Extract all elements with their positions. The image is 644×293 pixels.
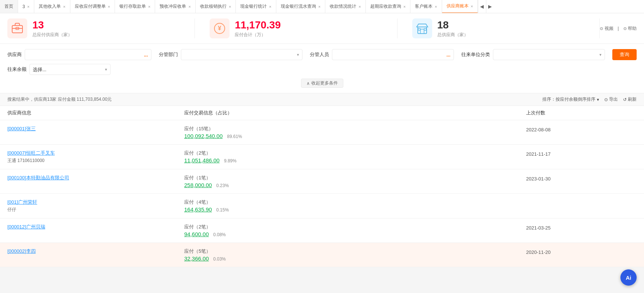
transaction-amount-1[interactable]: 11,051,486.00 [184,157,220,163]
svg-rect-6 [420,29,424,34]
collapse-button[interactable]: ∧ 收起更多条件 [301,79,343,88]
summary-card-total-suppliers: 18 总供应商（家） [398,18,600,38]
dept-field: 分管部门 ▾ [159,49,303,60]
svg-rect-0 [12,25,22,33]
nav-tab-adjustment[interactable]: 应收应付调整单 × [70,0,115,13]
svg-text:¥: ¥ [218,25,221,31]
supplier-label: 供应商 [7,51,22,58]
collapse-up-icon: ∧ [307,81,310,86]
close-tab-cash-flow[interactable]: × [318,4,321,9]
sort-chevron-icon: ▾ [597,97,599,102]
supplier-link-0[interactable]: [000001]张三 [7,125,184,132]
person-input-wrap[interactable]: ... [332,49,454,60]
supplier-info-4: [000012]广州贝瑞 [7,224,184,230]
nav-tab-cash-stats[interactable]: 现金银行统计 × [236,0,276,13]
nav-tab-home[interactable]: 首页 [0,0,18,13]
nav-tab-bank[interactable]: 银行存取款单 × [115,0,155,13]
transaction-amount-3[interactable]: 164,635.90 [184,206,212,213]
last-pay-3 [526,199,637,200]
search-area: 供应商 ... 分管部门 ▾ 分管人员 ... 往来单位分类 ▾ [0,44,644,93]
supplier-info-5: [000002]李四 [7,248,184,255]
balance-select-wrap[interactable]: 选择... ▾ [29,64,111,75]
category-select[interactable] [496,52,600,58]
close-tab-collection[interactable]: × [229,4,231,9]
help-link[interactable]: ⊙ 帮助 [623,25,637,32]
sort-button[interactable]: 排序：按应付余额倒序排序 ▾ [542,96,599,103]
search-row-2: 往来余额 选择... ▾ [7,64,637,75]
transaction-amount-2[interactable]: 258,000.00 [184,182,212,188]
close-tab-payment-stats[interactable]: × [358,4,361,9]
transaction-info-4: 应付（2笔） 94,600.00 0.08% [184,224,526,237]
balance-label: 往来余额 [7,66,27,73]
table-row: [000007]恒旺二手叉车 王通 17106110000 应付（2笔） 11,… [0,145,644,169]
dept-select[interactable] [184,52,297,58]
result-actions: 排序：按应付余额倒序排序 ▾ ⊙ 导出 ↺ 刷新 [542,96,637,103]
video-link[interactable]: ⊙ 视频 [600,25,613,32]
collapse-bar: ∧ 收起更多条件 [7,79,637,88]
supplier-input[interactable] [28,52,144,58]
supplier-link-4[interactable]: [000012]广州贝瑞 [7,224,184,230]
nav-arrow-right[interactable]: ▶ [486,0,494,13]
supplier-info-0: [000001]张三 [7,125,184,132]
person-input[interactable] [335,52,447,58]
supplier-input-wrap[interactable]: ... [25,49,151,60]
close-tab-other-income[interactable]: × [63,4,65,9]
nav-tab-prepay[interactable]: 预收冲应收单 × [155,0,195,13]
close-tab-3[interactable]: × [27,4,29,9]
nav-tab-other-income[interactable]: 其他收入单 × [34,0,70,13]
refresh-button[interactable]: ↺ 刷新 [623,96,637,103]
export-icon: ⊙ [604,97,608,102]
summary-card-payable-amount: ¥ 11,170.39 应付合计（万） [195,18,397,38]
nav-tab-overdue[interactable]: 超期应收款查询 × [366,0,410,13]
export-button[interactable]: ⊙ 导出 [604,96,618,103]
last-pay-0: 2022-08-08 [526,125,637,132]
payable-amount-value: 11,170.39 [235,19,281,31]
data-table: 供应商信息 应付交易信息（占比） 上次付数 [000001]张三 应付（15笔）… [0,106,644,267]
dept-chevron-icon: ▾ [297,52,299,57]
transaction-amount-5[interactable]: 32,366.00 [184,255,209,262]
nav-tab-cash-flow[interactable]: 现金银行流水查询 × [276,0,325,13]
dept-select-wrap[interactable]: ▾ [181,49,303,60]
query-button[interactable]: 查询 [612,49,637,60]
last-pay-4: 2021-03-25 [526,224,637,231]
supplier-link-5[interactable]: [000002]李四 [7,248,184,255]
close-tab-customer[interactable]: × [435,4,437,9]
close-tab-supplier[interactable]: × [471,4,473,8]
amount-icon: ¥ [210,18,230,38]
transaction-amount-0[interactable]: 100,092,540.00 [184,133,223,139]
nav-tab-3[interactable]: 3 × [18,0,34,13]
supplier-link-2[interactable]: [000100]本特勤油品有限公司 [7,175,184,181]
close-tab-adjustment[interactable]: × [108,4,110,9]
nav-tab-payment-stats[interactable]: 收款情况统计 × [325,0,365,13]
svg-rect-8 [424,28,426,30]
nav-tab-customer[interactable]: 客户账本 × [410,0,442,13]
transaction-amount-4[interactable]: 94,600.00 [184,231,209,237]
close-tab-cash-stats[interactable]: × [269,4,271,9]
person-dots-icon[interactable]: ... [447,52,451,58]
payable-amount-label: 应付合计（万） [235,32,281,38]
header-last-pay: 上次付数 [526,110,637,116]
supplier-link-1[interactable]: [000007]恒旺二手叉车 [7,150,184,156]
dept-label: 分管部门 [159,51,178,58]
payable-suppliers-label: 总应付供应商（家） [32,32,72,38]
transaction-info-3: 应付（4笔） 164,635.90 0.15% [184,199,526,213]
summary-card-payable-suppliers: 13 总应付供应商（家） [7,18,195,38]
last-pay-5: 2020-11-20 [526,248,637,255]
supplier-info-3: [001]广州荣轩 仔仔 [7,199,184,213]
close-tab-overdue[interactable]: × [403,4,406,9]
category-field: 往来单位分类 ▾ [461,49,605,60]
payable-suppliers-value: 13 [32,19,72,31]
nav-arrow-left[interactable]: ◀ [478,0,486,13]
nav-tab-collection[interactable]: 收款核销执行 × [196,0,236,13]
last-pay-1: 2021-11-17 [526,150,637,157]
supplier-link-3[interactable]: [001]广州荣轩 [7,199,184,206]
category-select-wrap[interactable]: ▾ [493,49,605,60]
balance-select[interactable]: 选择... [33,67,105,72]
search-row-1: 供应商 ... 分管部门 ▾ 分管人员 ... 往来单位分类 ▾ [7,49,637,60]
supplier-dots-icon[interactable]: ... [144,52,148,58]
person-label: 分管人员 [310,51,329,58]
close-tab-prepay[interactable]: × [188,4,190,9]
nav-tab-supplier[interactable]: 供应商账本 × [442,0,478,13]
close-tab-bank[interactable]: × [148,4,150,9]
result-summary: 搜索结果中，供应商13家 应付金额 111,703,854.00元 [7,96,118,103]
